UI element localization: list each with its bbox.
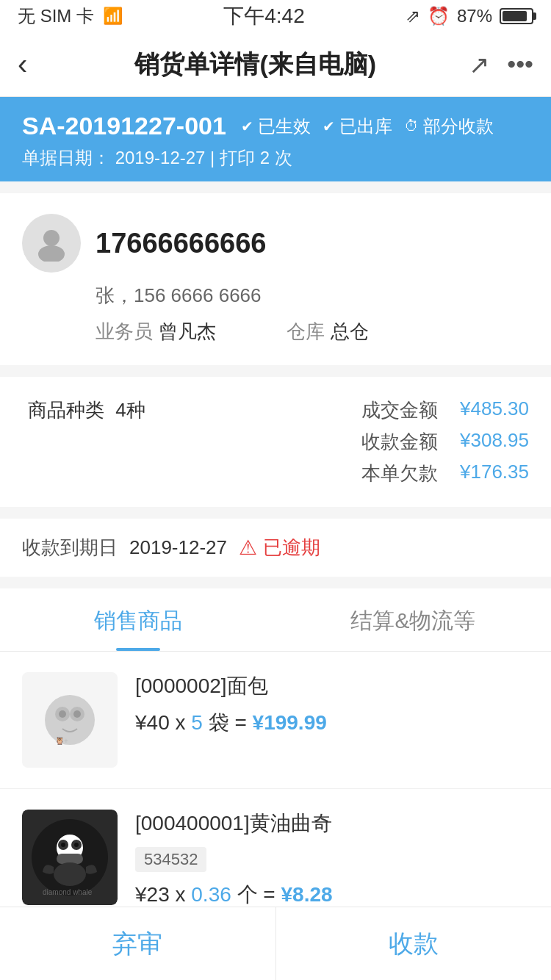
status-partial-label: 部分收款 [423,115,494,138]
product-thumbnail-1: 🦉+ [22,672,118,768]
bottom-bar: 弃审 收款 [0,907,551,980]
print-label: | 打印 [210,148,255,167]
owe-label: 本单欠款 [361,461,438,486]
status-shipped: ✔ 已出库 [323,115,392,138]
total-2: ¥8.28 [281,883,332,906]
tab-settlement[interactable]: 结算&物流等 [276,588,551,651]
share-icon[interactable]: ↗ [469,50,489,79]
due-date: 2019-12-27 [129,536,227,559]
cancel-label: 弃审 [112,927,162,961]
carrier-label: 无 SIM 卡 [18,4,94,28]
product-info-1: [0000002]面包 ¥40 x 5 袋 = ¥199.99 [135,672,529,737]
overdue-icon: ⚠ [239,536,257,560]
banner-date-row: 单据日期： 2019-12-27 | 打印 2 次 [22,146,529,170]
status-effective: ✔ 已生效 [241,115,311,138]
salesman-item: 业务员 曾凡杰 [96,319,216,345]
category-info: 商品种类 4种 [22,397,145,423]
customer-meta: 业务员 曾凡杰 仓库 总仓 [22,319,529,345]
svg-text:diamond whale: diamond whale [43,888,93,896]
date-label: 单据日期： [22,148,110,167]
stats-section: 商品种类 4种 成交金额 ¥485.30 收款金额 ¥308.95 本单欠款 ¥… [0,377,551,507]
amount-value: ¥485.30 [460,397,529,423]
salesman-value: 曾凡杰 [159,319,216,345]
confirm-label: 收款 [389,927,439,961]
svg-point-0 [43,230,60,246]
customer-id: 17666666666 [96,228,266,259]
confirm-button[interactable]: 收款 [276,907,552,980]
product-name-2: [000400001]黄油曲奇 [135,810,529,837]
category-value: 4种 [115,399,145,421]
print-count: 2 [260,148,270,167]
status-effective-label: 已生效 [258,115,311,138]
product-info-2: [000400001]黄油曲奇 534532 ¥23 x 0.36 个 = ¥8… [135,810,529,909]
location-icon: ⇗ [406,6,420,26]
owe-line: 本单欠款 ¥176.35 [361,461,529,486]
status-bar: 无 SIM 卡 📶 下午4:42 ⇗ ⏰ 87% [0,0,551,32]
svg-point-5 [59,710,66,718]
status-chips: ✔ 已生效 ✔ 已出库 ⏱ 部分收款 [241,115,494,138]
product-badge-2: 534532 [135,847,206,872]
status-partial-payment: ⏱ 部分收款 [404,115,494,138]
product-price-1: ¥40 x 5 袋 = ¥199.99 [135,709,529,737]
qty-2: 0.36 [191,883,231,906]
owl-image: diamond whale [22,810,118,905]
owe-value: ¥176.35 [460,461,529,486]
svg-point-6 [73,710,81,718]
check-icon-1: ✔ [241,118,253,135]
cancel-button[interactable]: 弃审 [0,907,276,980]
unit-1: 袋 [209,711,229,734]
order-date: 2019-12-27 [115,148,206,167]
print-suffix: 次 [275,148,292,167]
wifi-icon: 📶 [103,7,123,26]
product-thumbnail-2: diamond whale [22,810,118,905]
order-id: SA-20191227-001 [22,112,226,140]
received-line: 收款金额 ¥308.95 [361,429,529,455]
header-banner: SA-20191227-001 ✔ 已生效 ✔ 已出库 ⏱ 部分收款 单据日期：… [0,97,551,181]
svg-text:🦉+: 🦉+ [55,736,68,746]
qty-1: 5 [191,711,203,734]
status-bar-left: 无 SIM 卡 📶 [18,4,123,28]
warehouse-value: 总仓 [331,319,369,345]
total-1: ¥199.99 [253,711,327,734]
svg-point-1 [38,245,65,262]
svg-point-15 [54,862,86,886]
customer-main: 17666666666 [22,214,529,273]
avatar [22,214,81,273]
svg-point-12 [61,843,65,847]
price-unit-2: ¥23 [135,883,170,906]
alarm-icon: ⏰ [428,6,450,26]
received-value: ¥308.95 [460,429,529,455]
battery-icon [500,8,533,24]
product-item: 🦉+ [0000002]面包 ¥40 x 5 袋 = ¥199.99 [0,652,551,789]
back-button[interactable]: ‹ [18,48,27,81]
due-section: 收款到期日 2019-12-27 ⚠ 已逾期 [0,519,551,577]
unit-2: 个 [237,883,258,906]
customer-sub-info: 张，156 6666 6666 [22,283,529,309]
price-unit-1: ¥40 [135,711,170,734]
nav-bar: ‹ 销货单详情(来自电脑) ↗ ••• [0,32,551,97]
status-shipped-label: 已出库 [339,115,392,138]
salesman-label: 业务员 [96,319,153,345]
svg-point-13 [74,843,79,847]
svg-rect-14 [57,854,83,864]
product-name-1: [0000002]面包 [135,672,529,700]
warehouse-label: 仓库 [287,319,325,345]
battery-percent: 87% [457,6,492,26]
overdue-badge: ⚠ 已逾期 [239,535,320,561]
more-icon[interactable]: ••• [507,50,533,79]
clock-icon: ⏱ [404,118,419,134]
products-section: 🦉+ [0000002]面包 ¥40 x 5 袋 = ¥199.99 [0,652,551,930]
svg-point-2 [45,695,95,745]
customer-section: 17666666666 张，156 6666 6666 业务员 曾凡杰 仓库 总… [0,193,551,365]
amount-label: 成交金额 [361,397,438,423]
time-label: 下午4:42 [223,2,305,30]
category-label: 商品种类 [28,399,104,421]
tab-settlement-label: 结算&物流等 [350,608,475,633]
nav-actions: ↗ ••• [469,50,533,79]
check-icon-2: ✔ [323,118,335,135]
warehouse-item: 仓库 总仓 [287,319,369,345]
status-bar-right: ⇗ ⏰ 87% [406,6,533,26]
stats-left: 商品种类 4种 [22,397,145,423]
amount-line: 成交金额 ¥485.30 [361,397,529,423]
tab-products[interactable]: 销售商品 [0,588,276,651]
